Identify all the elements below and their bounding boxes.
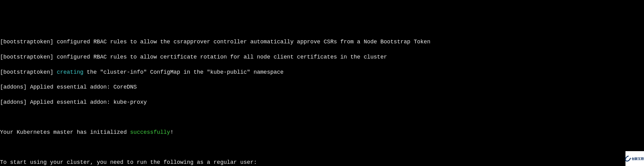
log-action: creating: [57, 69, 83, 75]
watermark-text: 创新互联: [632, 157, 644, 160]
log-line: [bootstraptoken] configured RBAC rules t…: [0, 53, 644, 61]
success-after: !: [170, 129, 174, 135]
log-tag: [addons]: [0, 84, 30, 90]
log-line: [bootstraptoken] configured RBAC rules t…: [0, 38, 644, 46]
success-line: Your Kubernetes master has initialized s…: [0, 129, 644, 136]
log-text: configured RBAC rules to allow certifica…: [57, 54, 387, 60]
log-tag: [bootstraptoken]: [0, 69, 57, 75]
blank-line: [0, 113, 644, 121]
log-text: the "cluster-info" ConfigMap in the "kub…: [83, 69, 284, 75]
log-text: configured RBAC rules to allow the csrap…: [57, 39, 431, 45]
log-line: [addons] Applied essential addon: kube-p…: [0, 98, 644, 106]
log-line: [addons] Applied essential addon: CoreDN…: [0, 83, 644, 91]
success-before: Your Kubernetes master has initialized: [0, 129, 130, 135]
terminal-output: [bootstraptoken] configured RBAC rules t…: [0, 31, 644, 166]
success-word: successfully: [130, 129, 170, 135]
log-text: Applied essential addon: CoreDNS: [30, 84, 137, 90]
log-text: Applied essential addon: kube-proxy: [30, 99, 147, 105]
blank-line: [0, 144, 644, 151]
log-line: [bootstraptoken] creating the "cluster-i…: [0, 68, 644, 76]
instruction-text: To start using your cluster, you need to…: [0, 159, 644, 166]
log-tag: [bootstraptoken]: [0, 39, 57, 45]
watermark-badge: 创新互联: [625, 151, 644, 166]
log-tag: [addons]: [0, 99, 30, 105]
log-tag: [bootstraptoken]: [0, 54, 57, 60]
